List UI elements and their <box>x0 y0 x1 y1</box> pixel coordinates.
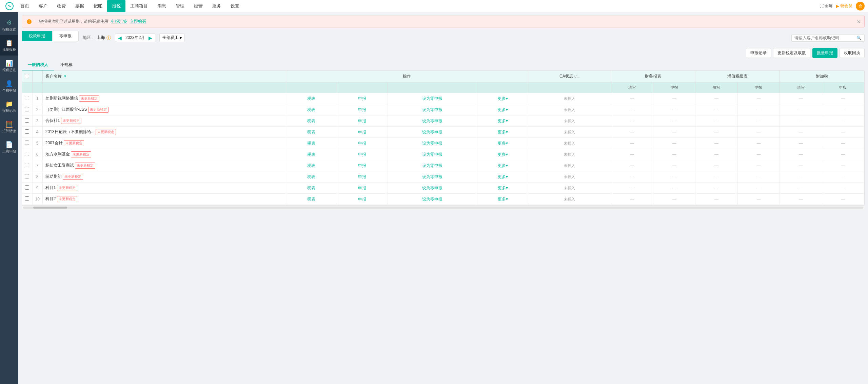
row-op-zerodeclare-1[interactable]: 设为零申报 <box>388 104 477 115</box>
select-all-checkbox[interactable] <box>25 74 29 78</box>
sidebar-item-personal-tax[interactable]: 👤 个税申报 <box>0 76 18 96</box>
row-op-taxform-7[interactable]: 税表 <box>286 171 337 183</box>
row-op-zerodeclare-3[interactable]: 设为零申报 <box>388 127 477 138</box>
row-op-more-8[interactable]: 更多▾ <box>477 183 528 194</box>
row-op-taxform-4[interactable]: 税表 <box>286 138 337 149</box>
nav-billing[interactable]: 收费 <box>52 0 71 12</box>
row-op-declare-8[interactable]: 申报 <box>337 183 388 194</box>
row-checkbox-6[interactable] <box>25 163 29 167</box>
table-row: 8 辅助期初 未更新税定 税表 申报 设为零申报 更多▾ 未插入 — — — —… <box>22 171 864 183</box>
row-checkbox-3[interactable] <box>25 129 29 134</box>
row-op-more-2[interactable]: 更多▾ <box>477 115 528 127</box>
row-op-zerodeclare-9[interactable]: 设为零申报 <box>388 194 477 205</box>
small-scale-tab[interactable]: 小规模 <box>54 60 79 70</box>
declaration-record-button[interactable]: 申报记录 <box>746 48 771 58</box>
scroll-thumb[interactable] <box>33 207 67 209</box>
banner-link-buy[interactable]: 立即购买 <box>130 19 146 24</box>
row-op-more-3[interactable]: 更多▾ <box>477 127 528 138</box>
search-icon[interactable]: 🔍 <box>856 36 862 40</box>
row-checkbox-1[interactable] <box>25 107 29 111</box>
row-op-more-6[interactable]: 更多▾ <box>477 160 528 171</box>
member-button[interactable]: ▶ 畅会员 <box>836 3 852 9</box>
row-checkbox-2[interactable] <box>25 118 29 123</box>
row-op-more-9[interactable]: 更多▾ <box>477 194 528 205</box>
row-vat-declare-9: — <box>737 194 780 205</box>
batch-declare-button[interactable]: 批量申报 <box>812 48 837 58</box>
row-op-zerodeclare-4[interactable]: 设为零申报 <box>388 138 477 149</box>
scroll-track <box>23 207 863 209</box>
row-financial-declare-9: — <box>653 194 695 205</box>
row-op-taxform-5[interactable]: 税表 <box>286 149 337 160</box>
horizontal-scrollbar[interactable] <box>22 205 865 209</box>
nav-tax[interactable]: 报税 <box>107 0 125 12</box>
row-checkbox-5[interactable] <box>25 152 29 156</box>
avatar[interactable]: 会 <box>856 2 865 10</box>
nav-bizproject[interactable]: 工商项目 <box>125 0 153 12</box>
nav-message[interactable]: 消息 <box>153 0 171 12</box>
row-op-more-5[interactable]: 更多▾ <box>477 149 528 160</box>
row-op-declare-5[interactable]: 申报 <box>337 149 388 160</box>
sidebar-item-tax-settings[interactable]: ⚙ 报税设置 <box>0 15 18 35</box>
tax-declaration-tab[interactable]: 税款申报 <box>22 31 52 41</box>
row-op-zerodeclare-0[interactable]: 设为零申报 <box>388 93 477 104</box>
row-op-declare-1[interactable]: 申报 <box>337 104 388 115</box>
row-op-taxform-3[interactable]: 税表 <box>286 127 337 138</box>
sort-icon[interactable]: ▾ <box>64 74 66 79</box>
next-month-button[interactable]: ▶ <box>149 35 152 41</box>
nav-client[interactable]: 客户 <box>34 0 52 12</box>
row-op-zerodeclare-5[interactable]: 设为零申报 <box>388 149 477 160</box>
search-input[interactable] <box>794 36 855 40</box>
row-op-zerodeclare-2[interactable]: 设为零申报 <box>388 115 477 127</box>
row-op-zerodeclare-7[interactable]: 设为零申报 <box>388 171 477 183</box>
row-op-declare-4[interactable]: 申报 <box>337 138 388 149</box>
nav-invoice[interactable]: 票据 <box>71 0 89 12</box>
row-checkbox-4[interactable] <box>25 141 29 145</box>
row-op-more-7[interactable]: 更多▾ <box>477 171 528 183</box>
row-op-zerodeclare-6[interactable]: 设为零申报 <box>388 160 477 171</box>
row-op-declare-7[interactable]: 申报 <box>337 171 388 183</box>
row-checkbox-0[interactable] <box>25 96 29 100</box>
sidebar-item-settlement[interactable]: 🧮 汇算清缴 <box>0 116 18 137</box>
row-op-declare-6[interactable]: 申报 <box>337 160 388 171</box>
update-fetch-button[interactable]: 更新税定及取数 <box>773 48 810 58</box>
sidebar-item-batch-tax[interactable]: 📋 批量报税 <box>0 35 18 56</box>
row-op-taxform-2[interactable]: 税表 <box>286 115 337 127</box>
prev-month-button[interactable]: ◀ <box>118 35 122 41</box>
nav-management[interactable]: 管理 <box>171 0 189 12</box>
sidebar-item-annual-report[interactable]: 📄 工商年报 <box>0 137 18 157</box>
nav-service[interactable]: 服务 <box>208 0 226 12</box>
nav-bookkeeping[interactable]: 记账 <box>89 0 107 12</box>
row-status-badge-8: 未更新税定 <box>57 185 77 191</box>
row-op-taxform-0[interactable]: 税表 <box>286 93 337 104</box>
banner-link-declaration[interactable]: 申报汇签 <box>111 19 127 24</box>
row-op-declare-0[interactable]: 申报 <box>337 93 388 104</box>
staff-selector[interactable]: 全部员工 ▾ <box>159 34 185 42</box>
row-op-more-0[interactable]: 更多▾ <box>477 93 528 104</box>
general-taxpayer-tab[interactable]: 一般的税人 <box>22 60 54 70</box>
fullscreen-button[interactable]: ⛶ 全屏 <box>820 3 833 9</box>
row-checkbox-7[interactable] <box>25 174 29 178</box>
row-op-more-1[interactable]: 更多▾ <box>477 104 528 115</box>
banner-close-button[interactable]: ✕ <box>857 19 861 24</box>
nav-settings[interactable]: 设置 <box>226 0 244 12</box>
collect-return-button[interactable]: 收取回执 <box>840 48 865 58</box>
row-op-taxform-6[interactable]: 税表 <box>286 160 337 171</box>
zero-declaration-tab[interactable]: 零申报 <box>52 31 79 41</box>
row-op-declare-2[interactable]: 申报 <box>337 115 388 127</box>
row-checkbox-cell <box>22 127 32 138</box>
table-row: 7 杨仙女工资商试 未更新税定 税表 申报 设为零申报 更多▾ 未插入 — — … <box>22 160 864 171</box>
nav-home[interactable]: 首页 <box>16 0 34 12</box>
row-op-taxform-8[interactable]: 税表 <box>286 183 337 194</box>
row-op-taxform-1[interactable]: 税表 <box>286 104 337 115</box>
nav-operation[interactable]: 经营 <box>189 0 208 12</box>
row-checkbox-9[interactable] <box>25 196 29 201</box>
row-checkbox-8[interactable] <box>25 185 29 190</box>
logo[interactable] <box>3 0 16 12</box>
row-op-taxform-9[interactable]: 税表 <box>286 194 337 205</box>
row-op-zerodeclare-8[interactable]: 设为零申报 <box>388 183 477 194</box>
row-op-more-4[interactable]: 更多▾ <box>477 138 528 149</box>
row-op-declare-3[interactable]: 申报 <box>337 127 388 138</box>
sidebar-item-tax-overview[interactable]: 📊 报税总览 <box>0 56 18 76</box>
row-op-declare-9[interactable]: 申报 <box>337 194 388 205</box>
sidebar-item-tax-record[interactable]: 📁 报税记录 <box>0 96 18 116</box>
